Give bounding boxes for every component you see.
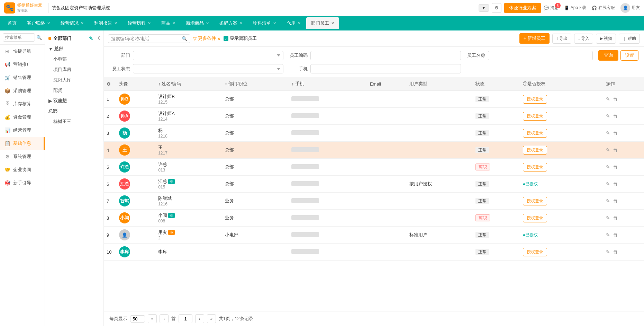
search-input[interactable] <box>3 33 35 42</box>
dept-select[interactable] <box>133 51 283 60</box>
export-btn[interactable]: ↑ 导出 <box>552 34 571 44</box>
close-icon[interactable]: ✕ <box>81 21 84 26</box>
emp-status-select[interactable] <box>133 64 283 73</box>
delete-icon[interactable]: 🗑 <box>613 215 618 221</box>
first-page-btn[interactable]: « <box>148 314 157 323</box>
close-icon[interactable]: ✕ <box>206 21 209 26</box>
delete-icon[interactable]: 🗑 <box>613 181 618 187</box>
show-resigned-toggle[interactable]: ✓ 显示离职员工 <box>224 35 257 42</box>
delete-icon[interactable]: 🗑 <box>613 130 618 136</box>
sidebar-item-marketing[interactable]: 📢 营销推广 <box>0 58 45 71</box>
nav-item-journey[interactable]: 经营历程 ✕ <box>123 17 156 29</box>
auth-btn[interactable]: 授权登录 <box>523 95 547 104</box>
close-icon[interactable]: ✕ <box>331 21 334 26</box>
sidebar-item-basic-info[interactable]: 📋 基础信息 <box>0 137 45 150</box>
tree-item-shuangzuo[interactable]: ▶ 双座想 <box>45 96 103 106</box>
auth-btn[interactable]: 授权登录 <box>523 129 547 138</box>
col-settings[interactable]: ⚙ <box>104 77 116 91</box>
close-icon[interactable]: ✕ <box>172 21 175 26</box>
per-page-select[interactable]: 50 <box>130 315 145 323</box>
edit-icon[interactable]: ✎ <box>606 215 610 221</box>
edit-icon[interactable]: ✎ <box>606 113 610 119</box>
set-btn[interactable]: 设置 <box>620 50 638 61</box>
auth-btn[interactable]: 授权登录 <box>523 197 547 205</box>
auth-btn[interactable]: 授权登录 <box>523 112 547 121</box>
auth-btn[interactable]: 授权登录 <box>523 146 547 155</box>
help-btn[interactable]: ｜ 帮助 <box>619 34 640 44</box>
delete-icon[interactable]: 🗑 <box>613 147 618 153</box>
col-phone[interactable]: ↕ 手机 <box>289 77 367 91</box>
tree-item-project-room[interactable]: 项目库房 <box>45 64 103 75</box>
close-icon[interactable]: ✕ <box>114 21 117 26</box>
close-icon[interactable]: ✕ <box>148 21 151 26</box>
edit-icon[interactable]: ✎ <box>606 249 610 255</box>
message-icon[interactable]: 💬 消息 5 <box>544 5 559 11</box>
edit-icon[interactable]: ✎ <box>606 147 610 153</box>
sidebar-item-system[interactable]: ⚙ 系统管理 <box>0 150 45 163</box>
nav-item-warehouse[interactable]: 仓库 ✕ <box>282 17 306 29</box>
emp-code-input[interactable] <box>310 51 461 60</box>
last-page-btn[interactable]: » <box>207 314 216 323</box>
nav-item-add-goods[interactable]: 新增商品 ✕ <box>181 17 214 29</box>
delete-icon[interactable]: 🗑 <box>613 113 618 119</box>
nav-item-bom[interactable]: 物料清单 ✕ <box>248 17 281 29</box>
tree-item-headquarter-group[interactable]: ▼ 总部 <box>45 44 103 54</box>
sidebar-item-purchase[interactable]: 📦 采购管理 <box>0 84 45 97</box>
page-input[interactable] <box>179 314 192 323</box>
add-employee-btn[interactable]: + 新增员工 <box>519 33 550 44</box>
search-input[interactable] <box>111 36 180 41</box>
nav-item-goods[interactable]: 商品 ✕ <box>156 17 180 29</box>
import-btn[interactable]: ↓ 导入 <box>574 34 593 44</box>
close-icon[interactable]: ✕ <box>47 21 50 26</box>
sidebar-item-sales[interactable]: 🛒 销售管理 <box>0 71 45 84</box>
delete-icon[interactable]: 🗑 <box>613 249 618 255</box>
tree-collapse-icon[interactable]: 《 <box>95 35 100 42</box>
phone-input[interactable] <box>310 64 461 73</box>
tree-item-nanshuwang[interactable]: 楠树王三 <box>45 116 103 127</box>
nav-item-barcode[interactable]: 条码方案 ✕ <box>215 17 247 29</box>
settings-icon[interactable]: ⚙ <box>492 3 501 13</box>
col-name[interactable]: ↕ 姓名/编码 <box>155 77 222 91</box>
delete-icon[interactable]: 🗑 <box>613 96 618 102</box>
prev-page-btn[interactable]: ‹ <box>160 314 169 323</box>
delete-icon[interactable]: 🗑 <box>613 232 618 238</box>
app-download-icon[interactable]: 📱 App下载 <box>564 5 586 11</box>
tree-item-xiaodian[interactable]: 小电部 <box>45 54 103 64</box>
sidebar-item-finance[interactable]: 💰 资金管理 <box>0 111 45 124</box>
sidebar-item-guide[interactable]: 🎯 新手引导 <box>0 176 45 190</box>
more-filters-btn[interactable]: ▽ 更多条件 ∧ <box>193 35 221 42</box>
tree-item-shenyang[interactable]: 沈阳大库 <box>45 75 103 85</box>
close-icon[interactable]: ✕ <box>273 21 276 26</box>
sidebar-item-operations[interactable]: 📊 经营管理 <box>0 124 45 137</box>
next-page-btn[interactable]: › <box>195 314 204 323</box>
nav-item-operations[interactable]: 经营情况 ✕ <box>56 17 89 29</box>
experience-btn[interactable]: 体验行业方案 <box>504 3 541 13</box>
edit-icon[interactable]: ✎ <box>606 130 610 136</box>
online-service-icon[interactable]: 🎧 在线客服 <box>592 5 615 11</box>
nav-item-employees[interactable]: 部门员工 ✕ <box>306 17 339 29</box>
close-icon[interactable]: ✕ <box>298 21 301 26</box>
close-icon[interactable]: ✕ <box>239 21 243 26</box>
nav-item-home[interactable]: 首页 <box>3 17 21 29</box>
user-avatar[interactable]: 👤 用友 <box>620 3 640 13</box>
emp-name-input[interactable] <box>488 51 593 60</box>
edit-icon[interactable]: ✎ <box>606 96 610 102</box>
edit-icon[interactable]: ✎ <box>606 164 610 170</box>
delete-icon[interactable]: 🗑 <box>613 198 618 204</box>
edit-icon[interactable]: ✎ <box>606 181 610 187</box>
sidebar-item-cooperation[interactable]: 🤝 企业协同 <box>0 163 45 176</box>
auth-btn[interactable]: 授权登录 <box>523 214 547 222</box>
tree-item-headquarter[interactable]: 总部 <box>45 106 103 116</box>
edit-icon[interactable]: ✎ <box>606 232 610 238</box>
sidebar-item-quick-nav[interactable]: ⊞ 快捷导航 <box>0 45 45 58</box>
view-btn[interactable]: ▶ 视频 <box>596 34 616 44</box>
col-dept[interactable]: ↕ 部门/职位 <box>222 77 289 91</box>
edit-icon[interactable]: ✎ <box>606 198 610 204</box>
auth-btn[interactable]: 授权登录 <box>523 163 547 171</box>
system-dropdown[interactable]: ▼ <box>479 4 489 12</box>
nav-item-customer[interactable]: 客户联络 ✕ <box>22 17 55 29</box>
nav-item-profit[interactable]: 利润报告 ✕ <box>89 17 122 29</box>
tree-edit-icon[interactable]: ✎ <box>89 36 93 41</box>
delete-icon[interactable]: 🗑 <box>613 164 618 170</box>
tree-item-distribution[interactable]: 配货 <box>45 85 103 96</box>
